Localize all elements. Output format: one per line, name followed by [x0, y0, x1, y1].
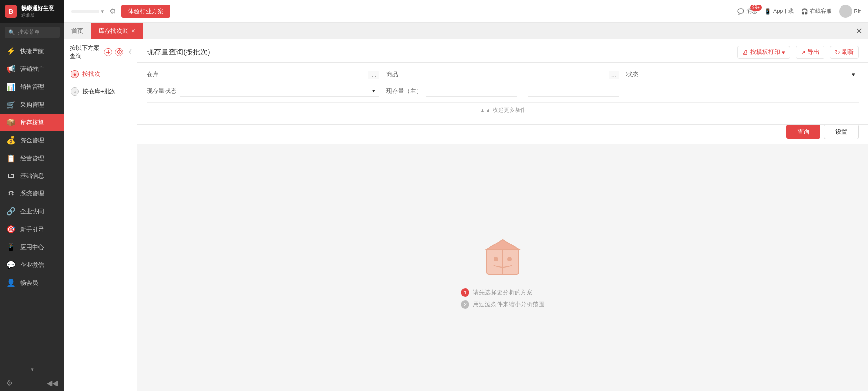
warehouse-filter: 仓库 ...: [147, 69, 379, 80]
app-download-label: App下载: [773, 7, 794, 15]
sidebar-item-purchase[interactable]: 🛒 采购管理: [0, 96, 64, 114]
topbar-gear-icon[interactable]: ⚙: [110, 7, 116, 16]
app-name: 畅康通好生意: [21, 5, 54, 12]
scheme-add-btn[interactable]: +: [104, 48, 112, 56]
experience-btn[interactable]: 体验行业方案: [121, 5, 170, 18]
online-service-label: 在线客服: [810, 7, 832, 15]
sidebar-item-marketing[interactable]: 📢 营销推广: [0, 60, 64, 78]
collapse-icon[interactable]: ◀◀: [47, 379, 58, 387]
status-filter: 状态 ▾: [626, 69, 859, 80]
quantity-min-input[interactable]: [426, 86, 516, 97]
inventory-status-select[interactable]: ▾: [180, 86, 379, 97]
scheme-settings-btn[interactable]: ⚙: [115, 48, 123, 56]
empty-tip-2: 2 用过滤条件来缩小分析范围: [461, 300, 544, 309]
filter-row-1: 仓库 ... 商品 ... 状态 ▾: [147, 69, 859, 80]
sidebar-item-quicknav[interactable]: ⚡ 快捷导航: [0, 42, 64, 60]
settings-button[interactable]: 设置: [824, 125, 859, 139]
query-button[interactable]: 查询: [786, 125, 820, 139]
goods-input[interactable]: [402, 69, 604, 80]
goods-label: 商品: [386, 71, 398, 79]
goods-more-btn[interactable]: ...: [609, 71, 619, 79]
sidebar-item-label: 企业微信: [20, 261, 44, 269]
svg-marker-1: [487, 240, 519, 249]
sidebar-header: B 畅康通好生意 标准版: [0, 0, 64, 23]
sidebar-item-wechat[interactable]: 💬 企业微信: [0, 256, 64, 274]
sidebar-item-apps[interactable]: 📱 应用中心: [0, 238, 64, 256]
refresh-icon: ↻: [835, 49, 840, 56]
sidebar-item-label: 营销推广: [20, 65, 44, 73]
search-icon: 🔍: [8, 29, 15, 36]
page-title: 现存量查询(按批次): [147, 48, 210, 57]
topbar-search-box[interactable]: [71, 10, 99, 13]
sidebar-item-enterprise[interactable]: 🔗 企业协同: [0, 202, 64, 220]
sidebar-scroll-down[interactable]: ▾: [0, 364, 64, 375]
tabbar: 首页 库存批次账 ✕ ✕: [64, 23, 868, 39]
quantity-range: —: [426, 86, 619, 97]
tip-number-1: 1: [461, 288, 469, 297]
print-template-btn[interactable]: 🖨 按模板打印 ▾: [737, 46, 790, 59]
svg-point-6: [507, 257, 512, 261]
tabbar-global-close[interactable]: ✕: [850, 26, 868, 36]
scheme-panel: 按以下方案查询 + ⚙ 《 ● 按批次 ○ 按仓库+批次: [64, 39, 137, 391]
empty-tip-1: 1 请先选择要分析的方案: [461, 288, 544, 297]
inventory-icon: 📦: [6, 118, 16, 127]
filter-area: 仓库 ... 商品 ... 状态 ▾: [137, 63, 868, 125]
action-row: 查询 设置: [137, 125, 868, 144]
scheme-item-by-warehouse-batch[interactable]: ○ 按仓库+批次: [64, 83, 137, 100]
scheme-item-label: 按仓库+批次: [82, 87, 116, 96]
tab-inventory-batch[interactable]: 库存批次账 ✕: [91, 23, 143, 39]
sidebar-item-finance[interactable]: 💰 资金管理: [0, 131, 64, 149]
refresh-btn[interactable]: ↻ 刷新: [830, 46, 859, 59]
collapse-up-icon: ▲▲: [480, 107, 491, 114]
sidebar-item-newbie[interactable]: 🎯 新手引导: [0, 220, 64, 238]
sidebar-item-label: 销售管理: [20, 83, 44, 91]
sidebar-item-label: 新手引导: [20, 225, 44, 234]
sidebar-item-inventory[interactable]: 📦 库存核算: [0, 114, 64, 131]
status-select[interactable]: ▾: [642, 69, 859, 80]
sidebar-item-member[interactable]: 👤 畅会员: [0, 274, 64, 292]
app-download-btn[interactable]: 📱 App下载: [764, 7, 794, 15]
messages-btn[interactable]: 💬 消息 99+: [737, 7, 757, 15]
quicknav-icon: ⚡: [6, 47, 16, 55]
sidebar-item-system[interactable]: ⚙ 系统管理: [0, 185, 64, 202]
topbar-left: ▾ ⚙ 体验行业方案: [71, 5, 170, 18]
tab-home[interactable]: 首页: [64, 23, 91, 39]
page-content: 按以下方案查询 + ⚙ 《 ● 按批次 ○ 按仓库+批次 现存量查询(按批次): [64, 39, 868, 391]
settings-icon[interactable]: ⚙: [6, 379, 13, 387]
sidebar-item-label: 应用中心: [20, 243, 44, 251]
topbar-dropdown-icon[interactable]: ▾: [101, 8, 104, 15]
filter-collapse-btn[interactable]: ▲▲ 收起更多条件: [147, 102, 859, 118]
app-version: 标准版: [21, 12, 54, 19]
sidebar: B 畅康通好生意 标准版 🔍 搜索菜单 ⚡ 快捷导航 📢 营销推广 📊 销售管理…: [0, 0, 64, 391]
apps-icon: 📱: [6, 243, 16, 251]
sidebar-item-label: 企业协同: [20, 207, 44, 216]
topbar-search-area: ▾: [71, 8, 104, 15]
sidebar-item-basic[interactable]: 🗂 基础信息: [0, 167, 64, 185]
empty-illustration: [475, 226, 530, 281]
sidebar-item-label: 库存核算: [20, 119, 44, 127]
empty-state: 1 请先选择要分析的方案 2 用过滤条件来缩小分析范围: [137, 144, 868, 391]
sidebar-search-area[interactable]: 🔍 搜索菜单: [0, 23, 64, 42]
sidebar-item-label: 资金管理: [20, 136, 44, 145]
quantity-max-input[interactable]: [528, 86, 619, 97]
tab-close-icon[interactable]: ✕: [131, 28, 135, 34]
topbar: ▾ ⚙ 体验行业方案 💬 消息 99+ 📱 App下载 🎧 在线客服 Rit: [64, 0, 868, 23]
search-menu-input[interactable]: 🔍 搜索菜单: [5, 27, 60, 38]
dropdown-arrow-icon[interactable]: ▾: [782, 49, 785, 56]
tip-text-1: 请先选择要分析的方案: [473, 288, 533, 297]
close-icon: ✕: [856, 26, 863, 36]
sidebar-item-label: 采购管理: [20, 101, 44, 109]
warehouse-more-btn[interactable]: ...: [368, 71, 379, 79]
ops-icon: 📋: [6, 154, 16, 163]
export-btn[interactable]: ↗ 导出: [796, 46, 824, 59]
sidebar-item-ops[interactable]: 📋 经营管理: [0, 149, 64, 167]
warehouse-input[interactable]: [162, 69, 365, 80]
export-icon: ↗: [801, 49, 806, 56]
sidebar-item-sales[interactable]: 📊 销售管理: [0, 78, 64, 96]
user-area[interactable]: Rit: [839, 5, 861, 18]
scheme-item-by-batch[interactable]: ● 按批次: [64, 65, 137, 83]
online-service-btn[interactable]: 🎧 在线客服: [801, 7, 832, 15]
headset-icon: 🎧: [801, 8, 808, 15]
warehouse-label: 仓库: [147, 71, 159, 79]
scheme-collapse-btn[interactable]: 《: [126, 49, 132, 56]
